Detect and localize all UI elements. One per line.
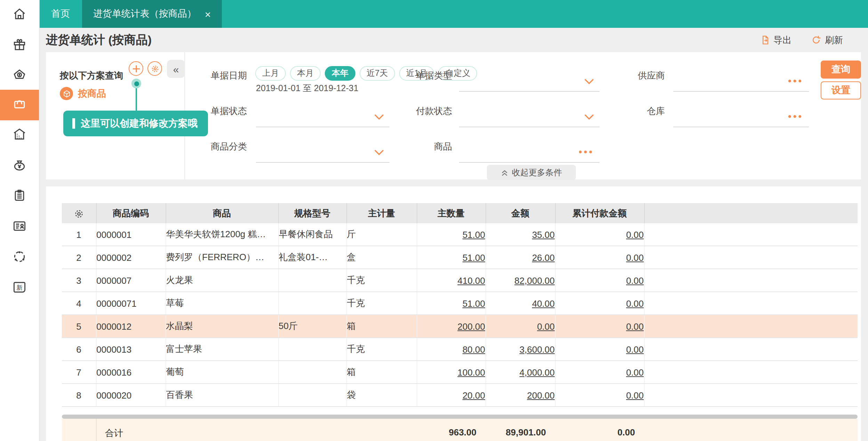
qty-link[interactable]: 51.00 [463,229,485,240]
contacts-icon [12,218,27,236]
cell-qty: 100.00 [417,361,485,384]
tab-home-label: 首页 [51,8,70,20]
col-header: 金额 [485,203,555,223]
date-range-text: 2019-01-01 至 2019-12-31 [256,83,359,95]
sidebar-item-sales[interactable] [0,61,39,92]
cell-product-code: 0000020 [96,384,166,407]
ellipsis-icon: ●●● [578,148,594,155]
amount-link[interactable]: 3,600.00 [520,344,555,354]
refresh-button[interactable]: 刷新 [811,34,843,46]
double-chevron-left-icon: « [173,63,179,75]
product-picker[interactable]: ●●● [459,145,600,163]
paid-link[interactable]: 0.00 [626,298,644,308]
amount-link[interactable]: 26.00 [532,252,555,263]
paid-link[interactable]: 0.00 [626,275,644,286]
qty-link[interactable]: 100.00 [457,367,485,377]
paid-link[interactable]: 0.00 [626,252,644,263]
amount-link[interactable]: 35.00 [532,229,555,240]
cell-paid: 0.00 [555,223,644,246]
app-root: 新 首页 进货单统计表（按商品） × 进货单统计 (按商品) 导出 刷新 [0,0,868,441]
paid-link[interactable]: 0.00 [626,229,644,240]
qty-link[interactable]: 51.00 [463,252,485,263]
sidebar-item-orders[interactable] [0,182,39,212]
sidebar-item-new[interactable]: 新 [0,273,39,304]
doc-type-select[interactable] [459,74,600,92]
chevron-down-icon [374,114,384,120]
amount-link[interactable]: 4,000.00 [520,367,555,377]
add-scheme-button[interactable] [129,61,143,76]
sidebar-item-purchase[interactable] [0,90,39,120]
table-row[interactable]: 60000013富士苹果千克80.003,600.000.00 [62,338,858,361]
pay-status-select[interactable] [459,110,600,127]
chevron-down-icon [584,79,594,84]
table-row[interactable]: 50000012水晶梨50斤箱200.000.000.00 [62,315,858,338]
date-pill[interactable]: 上月 [255,66,286,81]
cell-spec: 礼盒装01-… [278,246,346,269]
qty-link[interactable]: 20.00 [463,390,485,400]
close-icon[interactable]: × [205,9,211,19]
table-row[interactable]: 70000016葡萄箱100.004,000.000.00 [62,361,858,384]
category-select[interactable] [256,145,389,163]
svg-text:新: 新 [16,284,22,291]
supplier-picker[interactable]: ●●● [673,74,809,92]
amount-link[interactable]: 82,000.00 [514,275,555,286]
page-title: 进货单统计 (按商品) [46,32,152,48]
collapse-scheme-panel-button[interactable]: « [167,60,185,78]
date-pill[interactable]: 近7天 [360,66,395,81]
column-settings-gear-icon[interactable] [62,203,96,223]
cell-product-code: 0000012 [96,315,166,338]
sidebar-item-gift[interactable] [0,31,39,61]
tooltip-anchor-dot [131,79,141,88]
doc-status-select[interactable] [256,110,389,127]
new-icon: 新 [12,280,27,298]
cell-paid: 0.00 [555,269,644,292]
qty-link[interactable]: 51.00 [463,298,485,308]
table-row[interactable]: 30000007火龙果千克410.0082,000.000.00 [62,269,858,292]
table-row[interactable]: 20000002费列罗（FERRERO）…礼盒装01-…盒51.0026.000… [62,246,858,269]
cell-row-index: 3 [62,269,96,292]
amount-link[interactable]: 40.00 [532,298,555,308]
filter-label-warehouse: 仓库 [615,105,665,118]
tab-active-label: 进货单统计表（按商品） [93,8,196,20]
cell-amount: 26.00 [485,246,555,269]
qty-link[interactable]: 200.00 [457,321,485,331]
sidebar-item-warehouse[interactable] [0,120,39,151]
paid-link[interactable]: 0.00 [626,367,644,377]
table-row[interactable]: 80000020百香果袋20.00200.000.00 [62,384,858,407]
paid-link[interactable]: 0.00 [626,321,644,331]
cell-filler [644,269,858,292]
amount-link[interactable]: 200.00 [527,390,555,400]
date-pill[interactable]: 本月 [290,66,321,81]
col-header: 累计付款金额 [555,203,644,223]
export-button[interactable]: 导出 [760,34,791,46]
tab-home[interactable]: 首页 [39,0,82,28]
query-button[interactable]: 查询 [821,61,861,79]
table-row[interactable]: 400000071草莓千克51.0040.000.00 [62,292,858,315]
warehouse-picker[interactable]: ●●● [673,110,809,127]
table-row[interactable]: 10000001华美华夫软饼1200g 糕…早餐休闲食品斤51.0035.000… [62,223,858,246]
horizontal-scrollbar[interactable] [62,415,858,419]
cell-amount: 200.00 [485,384,555,407]
sidebar-item-share[interactable] [0,243,39,273]
sidebar-item-contacts[interactable] [0,212,39,243]
amount-link[interactable]: 0.00 [537,321,555,331]
cell-qty: 20.00 [417,384,485,407]
scheme-settings-button[interactable] [147,61,162,76]
cell-unit: 千克 [346,269,417,292]
date-pill[interactable]: 本年 [325,66,355,81]
sidebar-item-funds[interactable] [0,151,39,182]
paid-link[interactable]: 0.00 [626,344,644,354]
col-header: 主数量 [417,203,485,223]
collapse-more-filters-button[interactable]: 收起更多条件 [487,165,576,180]
sidebar-item-home[interactable] [0,0,39,31]
totals-row: 合计 963.00 89,901.00 0.00 [62,419,858,441]
ellipsis-icon: ●●● [788,113,803,120]
qty-link[interactable]: 410.00 [457,275,485,286]
settings-button[interactable]: 设置 [821,81,861,99]
col-header: 商品编码 [96,203,166,223]
qty-link[interactable]: 80.00 [463,344,485,354]
tab-purchase-stats[interactable]: 进货单统计表（按商品） × [82,0,222,28]
scheme-item-by-product[interactable]: 按商品 [60,87,106,100]
paid-link[interactable]: 0.00 [626,390,644,400]
cell-row-index: 8 [62,384,96,407]
